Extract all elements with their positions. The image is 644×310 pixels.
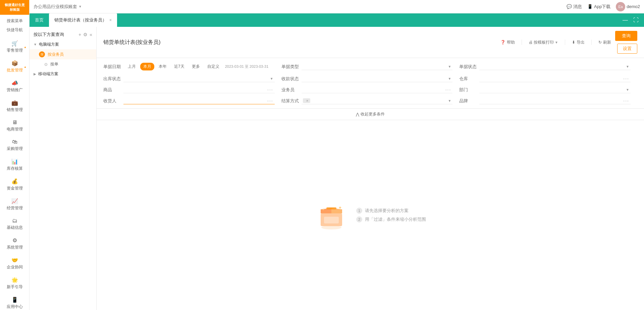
dept-control: ▼ [479, 87, 631, 93]
sidebar-quick-nav[interactable]: 快捷导航 [7, 26, 23, 34]
date-label: 单据日期 [103, 64, 123, 70]
mobile-section-arrow: ▶ [34, 72, 36, 76]
collapse-bar[interactable]: ⋀ 收起更多条件 [97, 109, 644, 120]
filter-area: 单据日期 上月 本月 本年 近7天 更多 自定义 2023-03-01 至 20… [97, 58, 644, 109]
help-btn[interactable]: ❓ 帮助 [500, 40, 515, 45]
marketing-icon: 📣 [11, 80, 18, 86]
desktop-section-header[interactable]: ▼ 电脑端方案 [30, 40, 96, 49]
refresh-btn[interactable]: ↻ 刷新 [598, 40, 611, 45]
tab-close-btn[interactable]: × [109, 18, 112, 22]
consignee-input[interactable] [125, 98, 267, 103]
goods-input[interactable] [125, 87, 267, 92]
doc-status-input[interactable] [481, 64, 626, 69]
svg-rect-2 [324, 217, 339, 223]
wholesale-icon: 📦 [11, 60, 18, 66]
sidebar-item-appstore[interactable]: 📱 应用中心 [0, 293, 29, 310]
goods-dots-icon[interactable]: ··· [267, 87, 273, 92]
receipt-status-input[interactable] [303, 76, 448, 81]
tab-home[interactable]: 首页 [30, 13, 49, 27]
sidebar-item-newbie[interactable]: 🌟 新手引导 [0, 273, 29, 293]
brand-input[interactable] [481, 98, 623, 103]
out-status-dropdown-icon[interactable]: ▼ [270, 77, 273, 81]
retail-icon: 🛒 [11, 40, 18, 47]
account-name: 办公用品行业模拟账套 [34, 4, 77, 10]
sidebar-item-ecommerce[interactable]: 🖥 电商管理 [0, 116, 29, 136]
sidebar-item-purchase[interactable]: 🛍 采购管理 [0, 136, 29, 155]
print-btn[interactable]: 🖨 按模板打印 ▼ [529, 40, 558, 45]
date-btn-more[interactable]: 更多 [189, 63, 203, 70]
filter-item-goods: 商品 ··· [103, 86, 281, 93]
export-btn[interactable]: ⬇ 导出 [572, 40, 585, 45]
divider2 [565, 40, 565, 45]
dept-dropdown-icon[interactable]: ▼ [626, 88, 629, 92]
account-dropdown[interactable]: 办公用品行业模拟账套 ▼ [34, 4, 82, 10]
settings-button[interactable]: 设置 [617, 44, 637, 54]
sidebar-label-operations: 经营管理 [7, 205, 23, 211]
consignee-label: 收货人 [103, 98, 123, 104]
query-button[interactable]: 查询 [615, 31, 637, 41]
collapse-chevron-icon: ⋀ [356, 112, 359, 117]
sidebar-label-marketing: 营销推广 [7, 87, 23, 93]
sidebar-item-system[interactable]: ⚙ 系统管理 [0, 234, 29, 254]
warehouse-dots-icon[interactable]: ··· [623, 76, 629, 81]
sidebar-item-enterprise[interactable]: 🤝 企业协同 [0, 254, 29, 273]
brand-dots-icon[interactable]: ··· [623, 98, 629, 103]
sidebar-item-sales[interactable]: 💼 销售管理 [0, 96, 29, 116]
tab-maximize-btn[interactable]: ⛶ [632, 16, 640, 24]
tab-active[interactable]: 销货单统计表（按业务员） × [49, 13, 117, 27]
doc-type-input[interactable] [303, 64, 448, 69]
finance-icon: 💰 [11, 178, 18, 185]
out-status-input[interactable] [125, 76, 270, 81]
filter-item-consignee: 收货人 ··· [103, 97, 281, 104]
tab-minimize-btn[interactable]: — [621, 16, 629, 24]
date-btn-this-year[interactable]: 本年 [156, 63, 170, 70]
sidebar-item-basic[interactable]: 🗂 基础信息 [0, 214, 29, 234]
dept-input[interactable] [481, 87, 626, 92]
date-btn-custom[interactable]: 自定义 [204, 63, 222, 70]
date-control: 上月 本月 本年 近7天 更多 自定义 2023-03-01 至 2023-03… [123, 62, 275, 71]
settlement-tag: × [303, 98, 310, 103]
sidebar-search[interactable]: 搜索菜单 [7, 15, 23, 26]
sidebar-item-marketing[interactable]: 📣 营销推广 [0, 76, 29, 96]
enterprise-icon: 🤝 [11, 257, 18, 263]
empty-state: ✦ ✦ 1 请先选择要分析的方案 2 用「过滤」条件来缩小分析范围 [97, 120, 644, 310]
receipt-status-dropdown-icon[interactable]: ▼ [448, 77, 451, 81]
tabbar: 首页 销货单统计表（按业务员） × — ⛶ [30, 13, 644, 27]
sidebar-label-appstore: 应用中心 [7, 304, 23, 310]
scheme-sub-item-order[interactable]: ⊙ 按单 [30, 59, 96, 69]
scheme-sub-item-order-label: 按单 [50, 61, 58, 67]
sidebar-item-inventory[interactable]: 📊 库存核算 [0, 155, 29, 175]
print-dropdown-icon[interactable]: ▼ [555, 41, 558, 44]
svg-text:✦: ✦ [322, 208, 325, 211]
tip-text-1: 请先选择要分析的方案 [365, 208, 409, 214]
date-btn-last-7[interactable]: 近7天 [171, 63, 187, 70]
salesperson-dots-icon[interactable]: ··· [445, 87, 451, 92]
sidebar-item-wholesale[interactable]: 📦 批发管理 [0, 57, 29, 76]
date-btn-last-month[interactable]: 上月 [125, 63, 139, 70]
doc-type-dropdown-icon[interactable]: ▼ [448, 65, 451, 68]
date-btn-this-month[interactable]: 本月 [140, 63, 154, 70]
sidebar-item-operations[interactable]: 📈 经营管理 [0, 195, 29, 214]
settlement-tag-close[interactable]: × [306, 99, 308, 103]
page-title: 销货单统计表(按业务员) [103, 39, 161, 50]
appstore-icon: 📱 [11, 297, 18, 303]
consignee-dots-icon[interactable]: ··· [267, 98, 273, 103]
add-scheme-icon[interactable]: + [78, 32, 81, 37]
settlement-input[interactable] [310, 98, 448, 103]
collapse-panel-icon[interactable]: « [90, 32, 92, 37]
doc-status-dropdown-icon[interactable]: ▼ [626, 65, 629, 68]
page-header: 销货单统计表(按业务员) ❓ 帮助 🖨 按模板打印 ▼ ⬇ [97, 27, 644, 58]
sidebar-label-enterprise: 企业协同 [7, 264, 23, 270]
sidebar-item-finance[interactable]: 💰 资金管理 [0, 175, 29, 195]
settlement-dropdown-icon[interactable]: ▼ [448, 99, 451, 103]
sidebar-item-retail[interactable]: 🛒 零售管理 [0, 37, 29, 57]
message-btn[interactable]: 💬 消息 [567, 4, 582, 10]
app-download-btn[interactable]: 📱 App下载 [587, 4, 610, 10]
user-info[interactable]: Ea demo2 [616, 2, 640, 11]
salesperson-input[interactable] [303, 87, 445, 92]
scheme-item-salesperson[interactable]: 按 按业务员 [30, 49, 96, 59]
settings-scheme-icon[interactable]: ⚙ [83, 32, 88, 37]
empty-tip-2: 2 用「过滤」条件来缩小分析范围 [356, 216, 426, 222]
warehouse-input[interactable] [481, 76, 623, 81]
mobile-section-header[interactable]: ▶ 移动端方案 [30, 69, 96, 79]
